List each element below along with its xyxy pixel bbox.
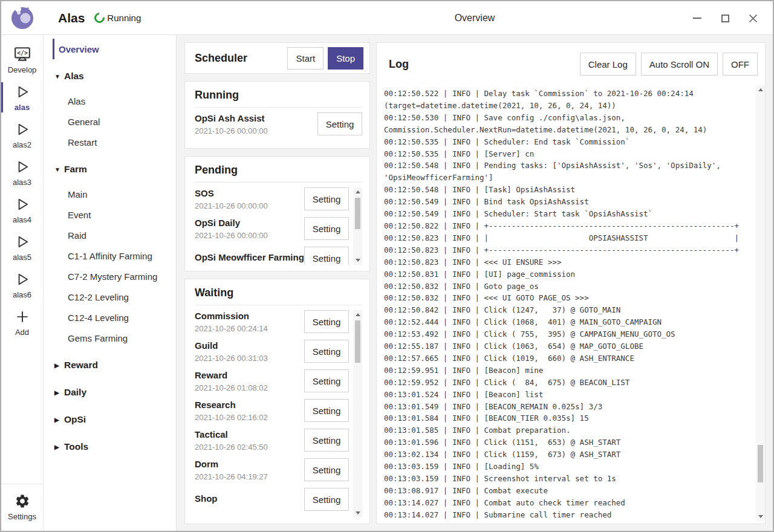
- scroll-down-icon[interactable]: [356, 259, 360, 262]
- log-line: 00:12:50.822 | INFO | +-----------------…: [384, 220, 752, 232]
- scrollbar-track[interactable]: [757, 94, 764, 512]
- start-button[interactable]: Start: [287, 47, 324, 70]
- svg-text:</>: </>: [17, 50, 28, 56]
- task-row: OpSi Ash Assist 2021-10-26 00:00:00 Sett…: [195, 112, 362, 135]
- auto-scroll-off-button[interactable]: OFF: [723, 53, 758, 76]
- nav-item-label: Daily: [64, 387, 86, 398]
- clear-log-button[interactable]: Clear Log: [580, 53, 636, 76]
- task-next-run: 2021-10-26 00:24:14: [195, 324, 304, 333]
- task-setting-button[interactable]: Setting: [304, 217, 349, 240]
- nav-item[interactable]: C12-2 Leveling: [44, 287, 176, 307]
- rail-item-alas6[interactable]: alas6: [1, 266, 43, 303]
- nav-item[interactable]: ▶ Tools: [44, 436, 176, 457]
- rail-item-develop[interactable]: </> Develop: [1, 41, 43, 79]
- rail-item-alas3[interactable]: alas3: [1, 154, 43, 191]
- nav-item-label: Restart: [68, 137, 97, 148]
- nav-arrow-icon: ▶: [54, 389, 64, 396]
- nav-item-label: Alas: [64, 71, 84, 82]
- nav-arrow-icon: ▶: [54, 417, 64, 423]
- task-setting-button[interactable]: Setting: [317, 112, 362, 135]
- scrollbar-track[interactable]: [354, 196, 361, 256]
- scroll-down-icon[interactable]: [758, 515, 763, 518]
- running-task-list: OpSi Ash Assist 2021-10-26 00:00:00 Sett…: [195, 112, 362, 142]
- log-line: 00:12:50.535 | INFO | [Server] cn: [384, 148, 752, 160]
- rail-item-settings[interactable]: Settings: [1, 488, 43, 525]
- nav-item[interactable]: Raid: [44, 225, 176, 245]
- task-setting-button[interactable]: Setting: [304, 247, 349, 265]
- scroll-up-icon[interactable]: [356, 313, 360, 316]
- log-line: 00:13:02.134 | INFO | Click (1159, 673) …: [384, 449, 752, 461]
- nav-item[interactable]: Alas: [44, 91, 176, 111]
- rail-item-label: Settings: [8, 512, 36, 521]
- nav-item[interactable]: Main: [44, 184, 176, 204]
- task-setting-button[interactable]: Setting: [304, 429, 349, 452]
- log-scrollbar[interactable]: [756, 85, 765, 521]
- task-setting-button[interactable]: Setting: [304, 399, 349, 422]
- nav-arrow-icon: ▼: [54, 73, 64, 80]
- task-name: OpSi Ash Assist: [195, 112, 317, 124]
- log-line: 00:13:01.584 | INFO | [BEACON_TIER 0.035…: [384, 412, 752, 424]
- auto-scroll-on-button[interactable]: Auto Scroll ON: [641, 53, 718, 76]
- task-setting-button[interactable]: Setting: [304, 340, 349, 363]
- scrollbar-thumb[interactable]: [758, 445, 763, 482]
- nav-item-label: General: [68, 117, 100, 127]
- task-name: Guild: [195, 340, 304, 351]
- rail-item-add[interactable]: Add: [1, 303, 43, 341]
- nav-item[interactable]: ▼ Farm: [44, 159, 176, 180]
- nav-list: Overview ▼ Alas Alas General: [44, 39, 176, 457]
- nav-item-label: Gems Farming: [68, 333, 128, 343]
- code-monitor-icon: </>: [14, 46, 31, 63]
- pending-scrollbar[interactable]: [353, 187, 362, 265]
- nav-item[interactable]: ▶ Reward: [44, 355, 176, 375]
- nav-item[interactable]: Restart: [44, 132, 176, 152]
- app-title: Alas: [58, 11, 85, 25]
- task-next-run: 2021-10-26 02:45:50: [195, 443, 304, 452]
- nav-item[interactable]: ▶ Daily: [44, 382, 176, 403]
- rail-item-alas5[interactable]: alas5: [1, 229, 43, 266]
- nav-item[interactable]: General: [44, 111, 176, 132]
- rail-item-label: alas4: [13, 215, 31, 224]
- nav-item[interactable]: ▼ Alas: [44, 66, 176, 86]
- task-setting-button[interactable]: Setting: [304, 310, 349, 333]
- task-next-run: 2021-10-26 00:31:03: [195, 354, 304, 363]
- log-header: Log Clear Log Auto Scroll ON OFF: [377, 43, 765, 85]
- scrollbar-thumb[interactable]: [355, 320, 360, 363]
- rail-item-label: alas3: [13, 178, 31, 187]
- task-row: SOS 2021-10-26 00:00:00 Setting: [195, 187, 349, 210]
- nav-item[interactable]: ▶ OpSi: [44, 409, 176, 430]
- task-row: Reward 2021-10-26 01:08:02 Setting: [195, 369, 349, 392]
- nav-item[interactable]: Gems Farming: [44, 328, 176, 348]
- nav-item[interactable]: Event: [44, 204, 176, 225]
- task-setting-button[interactable]: Setting: [304, 369, 349, 392]
- nav-item[interactable]: C1-1 Affinity Farming: [44, 245, 176, 266]
- task-name: Dorm: [195, 458, 304, 470]
- scroll-up-icon[interactable]: [356, 190, 360, 193]
- status-label: Running: [107, 13, 141, 23]
- log-panel: Log Clear Log Auto Scroll ON OFF 00:12:5…: [376, 42, 766, 524]
- scroll-up-icon[interactable]: [758, 88, 763, 91]
- scroll-down-icon[interactable]: [356, 511, 360, 514]
- minimize-icon: [693, 18, 701, 19]
- scrollbar-track[interactable]: [354, 319, 361, 508]
- task-info: Research 2021-10-26 02:16:02: [195, 399, 304, 422]
- waiting-scrollbar[interactable]: [353, 310, 362, 517]
- nav-item[interactable]: Overview: [53, 39, 176, 59]
- nav-item-label: C1-1 Affinity Farming: [68, 251, 152, 261]
- waiting-panel: Waiting Commission 2021-10-26 00:24:14: [184, 279, 370, 524]
- running-title: Running: [195, 89, 362, 102]
- task-setting-button[interactable]: Setting: [304, 458, 349, 481]
- stop-button[interactable]: Stop: [328, 47, 363, 70]
- rail-item-alas4[interactable]: alas4: [1, 191, 43, 229]
- task-row: Research 2021-10-26 02:16:02 Setting: [195, 399, 349, 422]
- task-setting-button[interactable]: Setting: [304, 187, 349, 210]
- nav-item[interactable]: C12-4 Leveling: [44, 307, 176, 328]
- close-button[interactable]: [739, 6, 767, 30]
- nav-item-label: C12-4 Leveling: [68, 313, 129, 323]
- nav-item[interactable]: C7-2 Mystery Farming: [44, 266, 176, 287]
- scrollbar-thumb[interactable]: [355, 198, 360, 229]
- task-setting-button[interactable]: Setting: [304, 488, 349, 511]
- rail-item-alas2[interactable]: alas2: [1, 116, 43, 154]
- rail-item-alas[interactable]: alas: [1, 79, 43, 116]
- minimize-button[interactable]: [683, 6, 711, 30]
- maximize-button[interactable]: [711, 6, 739, 30]
